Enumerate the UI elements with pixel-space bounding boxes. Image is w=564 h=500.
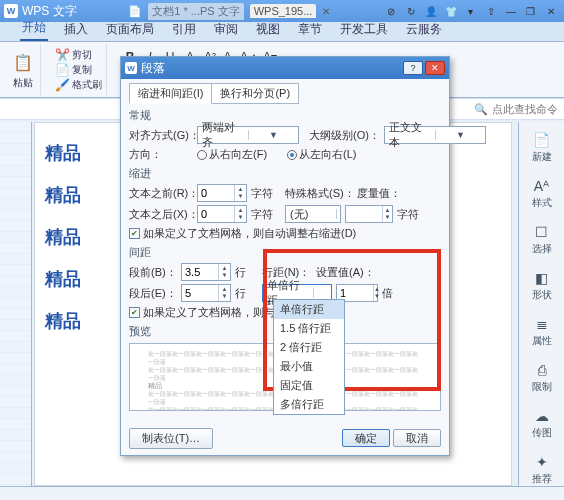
indent-after-label: 文本之后(X)： (129, 207, 193, 222)
side-recommend[interactable]: ✦推荐 (519, 450, 564, 490)
special-label: 特殊格式(S)： (285, 186, 353, 201)
skin-icon[interactable]: 👕 (442, 4, 460, 18)
line-spacing-dropdown[interactable]: 单倍行距 1.5 倍行距 2 倍行距 最小值 固定值 多倍行距 (273, 299, 345, 415)
select-icon: ☐ (535, 224, 548, 240)
line-spacing-option-2[interactable]: 2 倍行距 (274, 338, 344, 357)
ribbon-tab-view[interactable]: 视图 (254, 19, 282, 41)
new-icon: 📄 (533, 132, 550, 148)
dialog-buttons: 制表位(T)… 确定 取消 (129, 428, 441, 449)
align-combo[interactable]: 两端对齐▼ (197, 126, 299, 144)
dialog-tab-pagination[interactable]: 换行和分页(P) (211, 83, 299, 104)
app-logo: W (4, 4, 18, 18)
space-after-input[interactable] (182, 285, 218, 301)
restrict-icon: ⎙ (538, 362, 546, 378)
side-shape-label: 形状 (532, 288, 552, 302)
cancel-button[interactable]: 取消 (393, 429, 441, 447)
share-icon[interactable]: ⇪ (482, 4, 500, 18)
side-select[interactable]: ☐选择 (519, 220, 564, 260)
minimize-icon[interactable]: — (502, 4, 520, 18)
copy-label[interactable]: 复制 (72, 63, 92, 77)
dialog-tab-indent[interactable]: 缩进和间距(I) (129, 83, 212, 104)
search-icon: 🔍 (474, 103, 488, 116)
line-spacing-option-5[interactable]: 多倍行距 (274, 395, 344, 414)
ribbon-tab-insert[interactable]: 插入 (62, 19, 90, 41)
copy-icon[interactable]: 📄 (55, 63, 70, 77)
outline-value: 正文文本 (385, 120, 435, 150)
dialog-help-button[interactable]: ? (403, 61, 423, 75)
refresh-icon[interactable]: ↻ (402, 4, 420, 18)
direction-ltr-radio[interactable]: 从左向右(L) (287, 147, 356, 162)
indent-before-label: 文本之前(R)： (129, 186, 193, 201)
background-tab-1[interactable]: 文档1 * ...PS 文字 (148, 3, 243, 20)
ribbon-tab-section[interactable]: 章节 (296, 19, 324, 41)
paragraph-dialog: W 段落 ? ✕ 缩进和间距(I) 换行和分页(P) 常规 对齐方式(G)： 两… (120, 56, 450, 456)
indent-before-unit: 字符 (251, 186, 273, 201)
outline-label: 大纲级别(O)： (309, 128, 380, 143)
side-upload-label: 传图 (532, 426, 552, 440)
user-icon[interactable]: 👤 (422, 4, 440, 18)
direction-rtl-radio[interactable]: 从右向左(F) (197, 147, 267, 162)
section-spacing: 间距 (129, 245, 441, 260)
special-combo[interactable]: (无)▼ (285, 205, 341, 223)
ok-button[interactable]: 确定 (342, 429, 390, 447)
space-before-input[interactable] (182, 264, 218, 280)
ribbon-tab-reference[interactable]: 引用 (170, 19, 198, 41)
indent-before-input[interactable] (198, 185, 234, 201)
tab-stops-button[interactable]: 制表位(T)… (129, 428, 213, 449)
side-prop-label: 属性 (532, 334, 552, 348)
dialog-titlebar: W 段落 ? ✕ (121, 57, 449, 79)
paste-label: 粘贴 (13, 76, 33, 90)
cut-icon[interactable]: ✂️ (55, 48, 70, 62)
dialog-close-button[interactable]: ✕ (425, 61, 445, 75)
outline-combo[interactable]: 正文文本▼ (384, 126, 486, 144)
tab-close-icon[interactable]: ✕ (322, 6, 330, 17)
side-prop[interactable]: ≣属性 (519, 312, 564, 352)
search-placeholder: 点此查找命令 (492, 102, 558, 117)
indent-before-spin[interactable]: ▲▼ (197, 184, 247, 202)
special-value: (无) (286, 207, 336, 222)
ribbon-tab-dev[interactable]: 开发工具 (338, 19, 390, 41)
format-label[interactable]: 格式刷 (72, 78, 102, 92)
ribbon-tab-review[interactable]: 审阅 (212, 19, 240, 41)
upload-icon: ☁ (535, 408, 549, 424)
space-before-spin[interactable]: ▲▼ (181, 263, 231, 281)
dialog-body: 缩进和间距(I) 换行和分页(P) 常规 对齐方式(G)： 两端对齐▼ 大纲级别… (121, 79, 449, 455)
side-new[interactable]: 📄新建 (519, 128, 564, 168)
align-label: 对齐方式(G)： (129, 128, 193, 143)
set-value-unit: 倍 (382, 286, 393, 301)
restore-icon[interactable]: ❐ (522, 4, 540, 18)
indent-after-input[interactable] (198, 206, 234, 222)
indent-after-spin[interactable]: ▲▼ (197, 205, 247, 223)
space-after-spin[interactable]: ▲▼ (181, 284, 231, 302)
line-spacing-option-4[interactable]: 固定值 (274, 376, 344, 395)
ribbon-tab-cloud[interactable]: 云服务 (404, 19, 444, 41)
side-style[interactable]: Aᴬ样式 (519, 174, 564, 214)
close-icon[interactable]: ✕ (542, 4, 560, 18)
line-spacing-option-1[interactable]: 1.5 倍行距 (274, 319, 344, 338)
app-root: W WPS 文字 📄 文档1 * ...PS 文字 WPS_195... ✕ ⊘… (0, 0, 564, 500)
side-restrict[interactable]: ⎙限制 (519, 358, 564, 398)
ribbon-tab-layout[interactable]: 页面布局 (104, 19, 156, 41)
side-panel: 📄新建 Aᴬ样式 ☐选择 ◧形状 ≣属性 ⎙限制 ☁传图 ✦推荐 (518, 122, 564, 486)
ribbon-tab-home[interactable]: 开始 (20, 17, 48, 41)
help-icon[interactable]: ⊘ (382, 4, 400, 18)
measure-label: 度量值： (357, 186, 403, 201)
caret-icon[interactable]: ▾ (462, 4, 480, 18)
line-spacing-option-3[interactable]: 最小值 (274, 357, 344, 376)
direction-label: 方向： (129, 147, 193, 162)
grid-indent-check[interactable]: ✔如果定义了文档网格，则自动调整右缩进(D) (129, 226, 356, 241)
side-shape[interactable]: ◧形状 (519, 266, 564, 306)
indent-after-unit: 字符 (251, 207, 273, 222)
cut-label[interactable]: 剪切 (72, 48, 92, 62)
group-clipboard: ✂️剪切 📄复制 🖌️格式刷 (51, 44, 107, 95)
side-new-label: 新建 (532, 150, 552, 164)
background-tab-2[interactable]: WPS_195... (250, 4, 317, 18)
paste-icon[interactable]: 📋 (10, 49, 36, 75)
chevron-down-icon: ▼ (435, 130, 485, 140)
measure-spin[interactable]: ▲▼ (345, 205, 393, 223)
format-icon[interactable]: 🖌️ (55, 78, 70, 92)
line-spacing-option-0[interactable]: 单倍行距 (274, 300, 344, 319)
measure-input[interactable] (346, 206, 382, 222)
grid-indent-label: 如果定义了文档网格，则自动调整右缩进(D) (143, 226, 356, 241)
side-upload[interactable]: ☁传图 (519, 404, 564, 444)
